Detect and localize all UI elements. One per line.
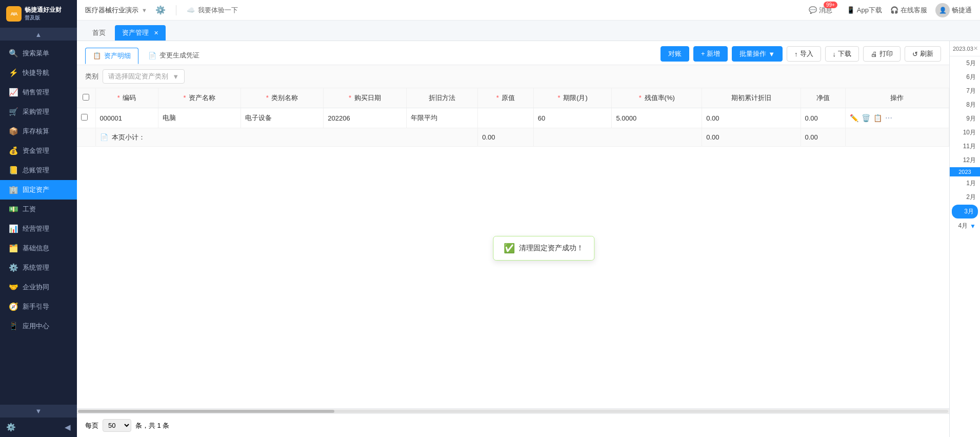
- import-button[interactable]: ↑ 导入: [787, 46, 821, 62]
- copy-icon[interactable]: 📋: [873, 114, 882, 122]
- down-nav-icon[interactable]: ▼: [970, 223, 976, 230]
- collapse-icon[interactable]: ◀: [65, 423, 71, 432]
- sidebar-item-label: 搜索菜单: [23, 49, 49, 58]
- download-label: 下载: [838, 49, 851, 58]
- sidebar-nav: 🔍 搜索菜单 ⚡ 快捷导航 📈 销售管理 🛒 采购管理 📦 库存核算 💰 资金管…: [0, 41, 77, 405]
- sub-tab-asset-detail[interactable]: 📋 资产明细: [85, 48, 138, 64]
- sidebar-item-search[interactable]: 🔍 搜索菜单: [0, 44, 77, 63]
- td-code: 000001: [95, 108, 158, 128]
- scrollbar-thumb[interactable]: [78, 410, 334, 413]
- print-label: 打印: [879, 49, 893, 58]
- sidebar-item-label: 应用中心: [23, 322, 49, 331]
- print-icon: 🖨: [871, 50, 877, 58]
- sidebar-item-system[interactable]: ⚙️ 系统管理: [0, 258, 77, 277]
- batch-ops-chevron-icon: ▼: [768, 50, 775, 58]
- sidebar-item-label: 系统管理: [23, 263, 49, 272]
- td-category: 电子设备: [241, 108, 324, 128]
- td-initial-accu-depreciation: 0.00: [702, 108, 801, 128]
- sidebar-item-app-center[interactable]: 📱 应用中心: [0, 316, 77, 336]
- print-button[interactable]: 🖨 打印: [863, 46, 901, 62]
- sidebar-item-payroll[interactable]: 💵 工资: [0, 200, 77, 219]
- sidebar-scroll-up[interactable]: ▲: [0, 28, 77, 41]
- filter-row: 类别 请选择固定资产类别 ▼: [77, 65, 949, 88]
- delete-icon[interactable]: 🗑️: [862, 114, 870, 122]
- horizontal-scrollbar[interactable]: [77, 408, 949, 413]
- new-button[interactable]: + 新增: [693, 46, 728, 62]
- right-panel-header: 2023.03 ✕ ⤢: [950, 41, 980, 56]
- sidebar-item-guide[interactable]: 🧭 新手引导: [0, 297, 77, 316]
- td-purchase-date: 202206: [324, 108, 406, 128]
- cal-month-6[interactable]: 6月: [950, 70, 980, 84]
- cal-month-5[interactable]: 5月: [950, 56, 980, 70]
- category-filter-select[interactable]: 请选择固定资产类别 ▼: [103, 69, 185, 84]
- sidebar-item-label: 库存核算: [23, 127, 49, 136]
- th-purchase-date: * 购买日期: [324, 88, 406, 108]
- download-button[interactable]: ↓ 下载: [825, 46, 859, 62]
- more-icon[interactable]: ⋯: [885, 114, 892, 122]
- row-checkbox[interactable]: [81, 114, 88, 121]
- pagination-bar: 每页 10 20 50 100 条，共 1 条: [77, 413, 949, 437]
- select-all-checkbox[interactable]: [83, 94, 89, 101]
- cal-month-3-active[interactable]: 3月: [952, 205, 978, 218]
- cal-month-4[interactable]: 4月 ▼: [950, 219, 980, 233]
- th-category: * 类别名称: [241, 88, 324, 108]
- sidebar-item-sales[interactable]: 📈 销售管理: [0, 83, 77, 102]
- sidebar-item-finance[interactable]: 💰 资金管理: [0, 141, 77, 161]
- settings-icon[interactable]: ⚙️: [6, 423, 16, 432]
- online-service-button[interactable]: 🎧 在线客服: [890, 6, 927, 15]
- tab-home[interactable]: 首页: [85, 25, 113, 41]
- cal-month-9[interactable]: 9月: [950, 112, 980, 126]
- reconcile-button[interactable]: 对账: [661, 46, 689, 62]
- quick-nav-icon: ⚡: [8, 68, 18, 77]
- sidebar-item-quick-nav[interactable]: ⚡ 快捷导航: [0, 63, 77, 83]
- cal-month-12[interactable]: 12月: [950, 153, 980, 167]
- sidebar-item-fixed-assets[interactable]: 🏢 固定资产: [0, 180, 77, 200]
- user-profile[interactable]: 👤 畅捷通: [935, 3, 972, 17]
- td-actions: ✏️ 🗑️ 📋 ⋯: [845, 108, 949, 128]
- cal-month-8[interactable]: 8月: [950, 98, 980, 112]
- cal-month-11[interactable]: 11月: [950, 140, 980, 153]
- success-check-icon: ✅: [504, 243, 515, 254]
- calendar-scroll[interactable]: 5月 6月 7月 8月 9月 10月 11月 12月 2023 1月 2月 3月…: [950, 56, 980, 437]
- sub-tab-change-voucher[interactable]: 📄 变更生成凭证: [141, 47, 207, 64]
- per-page-select[interactable]: 10 20 50 100: [103, 419, 131, 432]
- sidebar-item-ledger[interactable]: 📒 总账管理: [0, 161, 77, 180]
- basic-info-icon: 🗂️: [8, 244, 18, 253]
- sidebar-item-inventory[interactable]: 📦 库存核算: [0, 122, 77, 141]
- tab-close-icon[interactable]: ✕: [154, 30, 158, 36]
- table-row: 000001 电脑 电子设备 202206 年限平均 60 5.0000 0.0…: [77, 108, 949, 128]
- sidebar-item-basic-info[interactable]: 🗂️ 基础信息: [0, 239, 77, 258]
- subtotal-initial: 0.00: [702, 128, 801, 147]
- online-service-label: 在线客服: [901, 6, 927, 15]
- asset-detail-icon: 📋: [93, 52, 101, 59]
- tab-asset-management[interactable]: 资产管理 ✕: [115, 25, 166, 41]
- sidebar-item-purchase[interactable]: 🛒 采购管理: [0, 102, 77, 122]
- panel-close-icon[interactable]: ✕: [973, 45, 978, 52]
- refresh-button[interactable]: ↺ 刷新: [905, 46, 941, 62]
- company-selector[interactable]: 医疗器械行业演示 ▼: [85, 6, 147, 15]
- message-button[interactable]: 💬 消息 99+: [809, 6, 832, 15]
- sidebar-item-operations[interactable]: 📊 经营管理: [0, 219, 77, 239]
- experience-button[interactable]: ☁️ 我要体验一下: [187, 6, 238, 15]
- cal-month-7[interactable]: 7月: [950, 84, 980, 98]
- topbar-divider: [176, 5, 176, 15]
- change-voucher-icon: 📄: [148, 52, 156, 59]
- company-settings-icon[interactable]: ⚙️: [155, 5, 166, 15]
- scrollbar-track: [78, 410, 948, 413]
- sidebar-item-enterprise[interactable]: 🤝 企业协同: [0, 277, 77, 297]
- cal-month-2[interactable]: 2月: [950, 190, 980, 204]
- sidebar-item-label: 采购管理: [23, 107, 49, 116]
- user-name: 畅捷通: [952, 6, 972, 15]
- app-version: 普及版: [25, 14, 62, 22]
- th-asset-name: * 资产名称: [158, 88, 241, 108]
- sidebar-item-label: 企业协同: [23, 283, 49, 292]
- th-initial-accu-depreciation: 期初累计折旧: [702, 88, 801, 108]
- app-download-button[interactable]: 📱 App下载: [847, 6, 882, 15]
- finance-icon: 💰: [8, 146, 18, 155]
- batch-ops-button[interactable]: 批量操作 ▼: [732, 46, 783, 62]
- cal-month-10[interactable]: 10月: [950, 126, 980, 140]
- cal-month-1[interactable]: 1月: [950, 176, 980, 190]
- sidebar-scroll-down[interactable]: ▼: [0, 405, 77, 417]
- service-icon: 🎧: [890, 6, 898, 14]
- edit-icon[interactable]: ✏️: [850, 114, 858, 122]
